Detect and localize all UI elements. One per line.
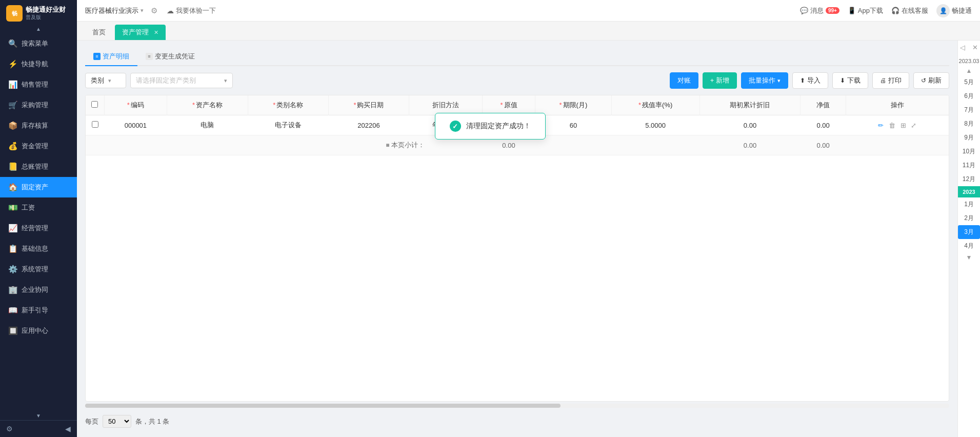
sidebar-scroll-down[interactable]: ▼ (0, 411, 77, 420)
month-7[interactable]: 7月 (958, 103, 980, 117)
month-3[interactable]: 3月 (958, 225, 980, 239)
company-selector[interactable]: 医疗器械行业演示 ▾ (85, 6, 144, 15)
subtotal-row: ■ 本页小计： 0.00 0.00 0.00 (86, 135, 949, 155)
sidebar-item-search[interactable]: 🔍 搜索菜单 (0, 33, 77, 54)
sidebar-item-fixed[interactable]: 🏠 固定资产 (0, 177, 77, 197)
finance-icon: 💰 (8, 142, 17, 151)
reconcile-label: 对账 (677, 76, 691, 85)
refresh-label: 刷新 (928, 76, 942, 85)
col-name: *资产名称 (167, 95, 248, 115)
edit-icon[interactable]: ✏ (878, 122, 884, 129)
select-all-checkbox[interactable] (91, 101, 98, 108)
sub-tab-asset-detail-label: 资产明细 (103, 52, 129, 61)
sub-tab-asset-detail[interactable]: ≡ 资产明细 (85, 48, 137, 66)
sidebar-item-operations[interactable]: 📈 经营管理 (0, 218, 77, 239)
month-5[interactable]: 5月 (958, 75, 980, 89)
cell-purchase-date: 202206 (328, 115, 409, 135)
month-6[interactable]: 6月 (958, 89, 980, 103)
messages-badge: 99+ (826, 7, 839, 14)
user-menu[interactable]: 👤 畅捷通 (936, 4, 972, 17)
right-panel-close-icon[interactable]: ✕ (972, 44, 978, 51)
month-12[interactable]: 12月 (958, 172, 980, 186)
sales-icon: 📊 (8, 80, 17, 89)
more-icon[interactable]: ⤢ (911, 122, 916, 129)
company-dropdown-icon: ▾ (141, 7, 144, 14)
horizontal-scrollbar[interactable] (85, 404, 949, 408)
import-button[interactable]: ⬆ 导入 (792, 72, 828, 89)
tab-asset-mgmt[interactable]: 资产管理 ✕ (115, 25, 166, 40)
sidebar-item-inventory[interactable]: 📦 库存核算 (0, 115, 77, 136)
system-icon: ⚙️ (8, 265, 17, 274)
sidebar-item-label: 快捷导航 (22, 59, 48, 69)
month-4[interactable]: 4月 (958, 239, 980, 253)
category-label: 类别 (91, 76, 104, 85)
category-filter[interactable]: 类别 ▾ (85, 73, 126, 88)
sidebar-scroll-up[interactable]: ▲ (0, 25, 77, 33)
print-button[interactable]: 🖨 打印 (872, 72, 909, 89)
logo-icon: 畅 (6, 5, 23, 22)
collapse-icon[interactable]: ◀ (65, 425, 71, 433)
year-2023-label: 2023 (958, 186, 980, 197)
basic-icon: 📋 (8, 244, 17, 253)
scroll-up-arrow[interactable]: ▲ (965, 66, 973, 75)
sidebar-item-guide[interactable]: 📖 新手引导 (0, 300, 77, 321)
reconcile-button[interactable]: 对账 (670, 72, 698, 89)
right-panel-year-month: 2023.03 (959, 58, 979, 64)
sidebar-item-enterprise[interactable]: 🏢 企业协同 (0, 280, 77, 300)
settings-icon[interactable]: ⚙ (6, 425, 13, 433)
copy-icon[interactable]: ⊞ (901, 122, 906, 129)
tab-close-icon[interactable]: ✕ (154, 29, 158, 35)
right-panel-expand-icon[interactable]: ◁ (960, 44, 965, 51)
subtotal-initial-accumulated: 0.00 (699, 135, 800, 155)
sidebar-item-label: 系统管理 (22, 265, 48, 274)
import-label: 导入 (807, 76, 821, 85)
cell-residual-rate: 5.0000 (611, 115, 699, 135)
sidebar-item-apps[interactable]: 🔲 应用中心 (0, 321, 77, 341)
gear-icon[interactable]: ⚙ (151, 6, 157, 15)
month-9[interactable]: 9月 (958, 131, 980, 145)
refresh-button[interactable]: ↺ 刷新 (913, 72, 949, 89)
sidebar-item-finance[interactable]: 💰 资金管理 (0, 136, 77, 156)
scroll-down-arrow[interactable]: ▼ (965, 253, 973, 262)
sidebar-item-purchase[interactable]: 🛒 采购管理 (0, 95, 77, 115)
sidebar-item-label: 销售管理 (22, 80, 48, 89)
month-10[interactable]: 10月 (958, 145, 980, 158)
tab-home[interactable]: 首页 (85, 25, 113, 40)
category-value-filter[interactable]: 请选择固定资产类别 ▾ (130, 73, 233, 88)
sidebar-item-quicknav[interactable]: ⚡ 快捷导航 (0, 54, 77, 74)
delete-icon[interactable]: 🗑 (889, 122, 895, 129)
month-11[interactable]: 11月 (958, 158, 980, 172)
category-placeholder: 请选择固定资产类别 (136, 76, 196, 85)
sidebar-item-basic[interactable]: 📋 基础信息 (0, 239, 77, 259)
page-size-select[interactable]: 50 20 100 (103, 415, 131, 428)
online-service-button[interactable]: 🎧 在线客服 (891, 6, 928, 15)
experience-button[interactable]: ☁ 我要体验一下 (167, 6, 216, 15)
sidebar-item-salary[interactable]: 💵 工资 (0, 197, 77, 218)
month-1[interactable]: 1月 (958, 197, 980, 211)
cell-name: 电脑 (167, 115, 248, 135)
new-label: + 新增 (710, 76, 729, 85)
download-button[interactable]: ⬇ 下载 (832, 72, 868, 89)
sidebar-item-ledger[interactable]: 📒 总账管理 (0, 156, 77, 177)
category-value-dropdown-icon: ▾ (224, 77, 227, 84)
cell-operations: ✏ 🗑 ⊞ ⤢ (846, 115, 949, 135)
sidebar-item-sales[interactable]: 📊 销售管理 (0, 74, 77, 95)
sidebar-item-label: 总账管理 (22, 162, 48, 171)
subtotal-empty (248, 135, 328, 155)
sub-tab-change-voucher[interactable]: ≡ 变更生成凭证 (137, 48, 203, 66)
subtotal-empty3 (611, 135, 699, 155)
service-icon: 🎧 (891, 7, 899, 14)
app-download-button[interactable]: 📱 App下载 (848, 6, 883, 15)
month-8[interactable]: 8月 (958, 117, 980, 131)
messages-button[interactable]: 💬 消息 99+ (800, 6, 839, 15)
col-category: *类别名称 (248, 95, 328, 115)
row-checkbox[interactable] (92, 121, 98, 128)
import-icon: ⬆ (800, 77, 805, 84)
subtotal-original-value: 0.00 (482, 135, 535, 155)
new-button[interactable]: + 新增 (703, 72, 737, 89)
col-original-value: *原值 (482, 95, 535, 115)
company-name: 医疗器械行业演示 (85, 6, 138, 15)
batch-ops-button[interactable]: 批量操作 ▾ (741, 72, 788, 89)
month-2[interactable]: 2月 (958, 211, 980, 225)
sidebar-item-system[interactable]: ⚙️ 系统管理 (0, 259, 77, 280)
